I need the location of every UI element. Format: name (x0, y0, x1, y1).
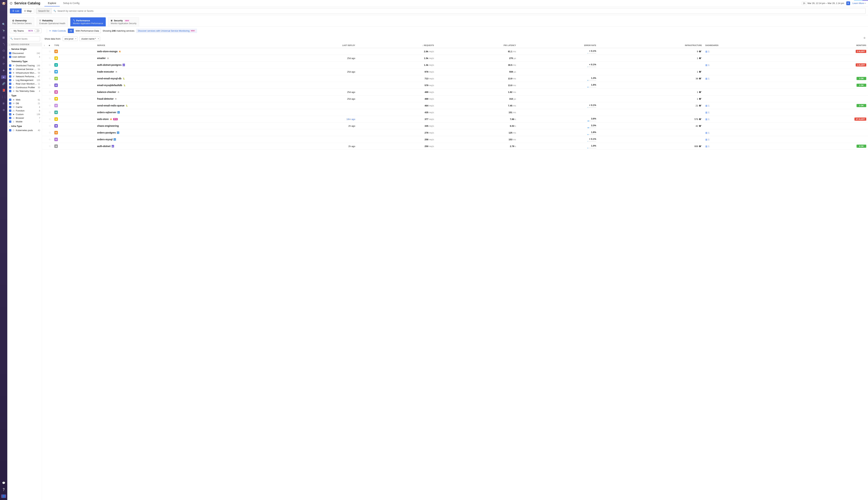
service-name[interactable]: email-mysqldefaultdb🐍 (97, 84, 271, 87)
facet-item[interactable]: ✓User-defined4 (9, 55, 40, 59)
nav-integrations-icon[interactable]: ✚ (1, 69, 6, 72)
checkbox-checked-icon[interactable]: ✓ (9, 56, 11, 58)
monitor-badge[interactable]: 1 ALERT (856, 64, 866, 67)
list-view-button[interactable]: ☰ List (10, 9, 22, 13)
env-dropdown[interactable]: env:prod (63, 37, 78, 41)
facet-item[interactable]: ✓⬡Kubernetes pods40 (9, 128, 40, 132)
facet-item[interactable]: ✓▭Browser7 (9, 116, 40, 120)
table-row[interactable]: ☆ ⛁ web-store-mongo🔥 2.8k req/s 81.1 ms … (42, 48, 868, 55)
facet-item[interactable]: ✓▯Mobile7 (9, 120, 40, 123)
dashboard-link[interactable]: ▥ 1 (705, 77, 788, 80)
facet-group-infra type[interactable]: ⌄Infra Type (9, 125, 40, 127)
table-row[interactable]: ☆ ✱ fraud-detector☕ 25d ago 489 req/s 31… (42, 95, 868, 102)
star-icon[interactable]: ☆ (49, 50, 51, 53)
checkbox-checked-icon[interactable]: ✓ (9, 75, 11, 78)
star-icon[interactable]: ☆ (49, 104, 51, 107)
cluster-dropdown[interactable]: cluster-name:* (79, 37, 100, 41)
nav-stream-icon[interactable]: ⋮⋮ (1, 95, 6, 99)
datadog-logo-icon[interactable]: 🐶 (2, 1, 6, 5)
col-dashboards[interactable]: DASHBOARDS (704, 43, 789, 48)
facet-item[interactable]: ✓⧉Infrastructure Mon…54 (9, 71, 40, 75)
monitor-badge[interactable]: 2 ALERT (856, 50, 866, 53)
service-name[interactable]: auth-dotnet.NET (97, 145, 271, 148)
col-deploy[interactable]: LAST DEPLOY (272, 43, 357, 48)
service-name[interactable]: fraud-detector☕ (97, 98, 271, 100)
facet-item[interactable]: ✓≋Distributed Tracing186 (9, 64, 40, 67)
table-row[interactable]: ☆ ✱ balance-checker☕ 25d ago 489 req/s 1… (42, 89, 868, 95)
table-settings-icon[interactable]: ⚙ (864, 37, 866, 39)
search-for-label[interactable]: Search for (36, 8, 52, 14)
time-preset-1h[interactable]: 1h (802, 2, 807, 5)
usm-discover-link[interactable]: Discover services with Universal Service… (136, 29, 197, 33)
checkbox-checked-icon[interactable]: ✓ (9, 106, 11, 108)
service-name[interactable]: web-store-mongo🔥 (97, 50, 271, 53)
service-name[interactable]: send-email-redis-queue🐍 (97, 104, 271, 107)
star-icon[interactable]: ☆ (49, 138, 51, 141)
dashboard-link[interactable]: ▥ 1 (705, 50, 788, 53)
checkbox-checked-icon[interactable]: ✓ (9, 99, 11, 101)
checkbox-checked-icon[interactable]: ✓ (9, 102, 11, 104)
table-row[interactable]: ☆ ⛁ orders-postgres∞ 278 req/s 125 ms 1.… (42, 129, 868, 136)
facet-search-input[interactable] (9, 36, 40, 41)
service-name[interactable]: send-email-mysql-db🐍 (97, 77, 271, 80)
nav-security-icon[interactable]: ⛨ (1, 102, 6, 105)
table-row[interactable]: ☆ ⛁ send-email-mysql-db🐍 713 req/s 13.9 … (42, 75, 868, 82)
nav-catalog-icon[interactable]: ≡ (1, 75, 6, 79)
tab-explore[interactable]: Explore (44, 0, 59, 7)
dashboard-link[interactable]: ▥ 1 (705, 118, 788, 121)
search-input[interactable] (57, 10, 864, 12)
facet-group-type[interactable]: ⌄Type (9, 94, 40, 97)
table-row[interactable]: ☆ ⊕ auth-dotnet.NET 2h ago 250 req/s 2.7… (42, 143, 868, 150)
service-name[interactable]: web-store🔥⇈ 1 (97, 118, 271, 121)
dashboard-link[interactable]: ▥ 1 (705, 111, 788, 114)
nav-chat-icon[interactable]: 💬 (1, 481, 6, 485)
service-name[interactable]: orders-sqlserver∞ (97, 111, 271, 114)
dashboard-link[interactable]: ▥ 1 (705, 64, 788, 66)
table-row[interactable]: ☆ ✱ trade-executor☕ 25d ago 978 req/s 55… (42, 68, 868, 75)
col-error[interactable]: ERROR RATE (518, 43, 598, 48)
dashboard-link[interactable]: ▥ 1 (705, 145, 788, 148)
col-requests[interactable]: ↓ REQUESTS (357, 43, 436, 48)
facet-item[interactable]: ✓Discovered242 (9, 52, 40, 55)
pause-button[interactable]: ⏸ (846, 1, 850, 5)
lens-security[interactable]: ⛨SecurityNEWMonitor Application Security (108, 18, 139, 26)
facet-item[interactable]: ✓⊕Universal Service …54 (9, 67, 40, 71)
lens-reliability[interactable]: ♡ReliabilityEvaluate Operational Health (37, 18, 68, 26)
nav-target-icon[interactable]: ◎ (1, 56, 6, 59)
monitor-badge[interactable]: 47 ALERT (855, 117, 866, 121)
dashboard-link[interactable]: ▥ 1 (705, 132, 788, 134)
facet-item[interactable]: ✓◷Continuous Profiler30 (9, 86, 40, 89)
dashboard-link[interactable]: ▥ 1 (705, 138, 788, 141)
star-icon[interactable]: ☆ (49, 111, 51, 114)
pill-with-perf[interactable]: With Performance Data (74, 29, 101, 33)
service-name[interactable]: orders-mysql∞ (97, 138, 271, 141)
checkbox-checked-icon[interactable]: ✓ (9, 65, 11, 67)
star-header-icon[interactable]: ★ (49, 44, 50, 46)
checkbox-checked-icon[interactable]: ✓ (9, 121, 11, 123)
star-icon[interactable]: ☆ (49, 117, 51, 121)
nav-ci-icon[interactable]: ⟳ (1, 62, 6, 66)
table-row[interactable]: ☆ ⛁ orders-sqlserver∞ 435 req/s 151 ms ▥… (42, 109, 868, 116)
star-icon[interactable]: ☆ (49, 77, 51, 80)
facet-section-overview[interactable]: ⌄ SERVICE OVERVIEW (7, 43, 42, 46)
table-row[interactable]: ☆ ✱ emailer☕ 25d ago 1.5k req/s 270 µs 1… (42, 55, 868, 61)
col-p95[interactable]: P95 LATENCY (436, 43, 518, 48)
map-view-button[interactable]: ⌬ Map (22, 9, 34, 13)
monitor-badge[interactable]: 1 OK (857, 104, 866, 107)
star-icon[interactable]: ☆ (49, 97, 51, 100)
checkbox-checked-icon[interactable]: ✓ (9, 79, 11, 81)
nav-help-icon[interactable]: ❔ (1, 488, 6, 491)
time-range-picker[interactable]: 1h Mar 28, 12:14 pm – Mar 28, 1:14 pm ⏸ (802, 1, 850, 5)
nav-settings-icon[interactable]: ⚙ (1, 108, 6, 112)
table-row[interactable]: ☆ ✱ chaos-engineering 2h ago 335 req/s 6… (42, 123, 868, 129)
table-row[interactable]: ☆ ⛁ send-email-redis-queue🐍 464 req/s 7.… (42, 102, 868, 109)
pill-all[interactable]: All (68, 29, 74, 33)
service-name[interactable]: emailer☕ (97, 57, 271, 59)
service-name[interactable]: auth-dotnet-postgres.NET (97, 64, 271, 66)
facet-item[interactable]: ✓⊘No Telemetry Data4 (9, 89, 40, 93)
monitor-badge[interactable]: 1 OK (857, 84, 866, 87)
checkbox-checked-icon[interactable]: ✓ (9, 72, 11, 74)
star-icon[interactable]: ☆ (49, 90, 51, 93)
facet-item[interactable]: ✓ƒxFunction8 (9, 109, 40, 113)
nav-notebook-icon[interactable]: 📕 (1, 89, 6, 92)
